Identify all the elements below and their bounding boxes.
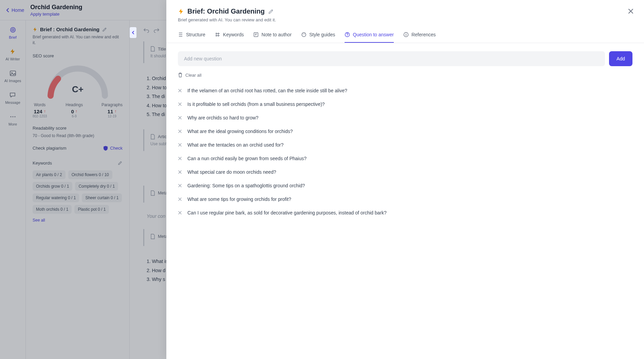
- brief-modal: Brief: Orchid Gardening Brief generated …: [166, 0, 644, 359]
- tab-references[interactable]: References: [403, 32, 436, 43]
- question-text: What are the tentacles on an orchid used…: [187, 142, 283, 148]
- remove-question-button[interactable]: [178, 102, 183, 106]
- svg-rect-7: [254, 33, 258, 37]
- list-icon: [178, 32, 183, 37]
- svg-point-8: [302, 33, 306, 37]
- remove-question-button[interactable]: [178, 170, 183, 174]
- question-icon: [345, 32, 350, 37]
- question-text: Is it profitable to sell orchids (from a…: [187, 101, 325, 107]
- question-item: Can I use regular pine bark, as sold for…: [178, 206, 632, 220]
- svg-point-9: [303, 34, 303, 34]
- remove-question-button[interactable]: [178, 116, 183, 120]
- questions-list: If the velamen of an orchid root has rot…: [178, 84, 632, 220]
- bolt-icon: [178, 8, 184, 15]
- trash-icon: [178, 72, 183, 78]
- modal-title: Brief: Orchid Gardening: [187, 7, 265, 15]
- question-item: What are the tentacles on an orchid used…: [178, 138, 632, 152]
- remove-question-button[interactable]: [178, 89, 183, 93]
- clear-all-button[interactable]: Clear all: [178, 72, 632, 78]
- question-text: Why are orchids so hard to grow?: [187, 115, 258, 120]
- question-text: Can a nun orchid easily be grown from se…: [187, 156, 307, 161]
- add-question-input[interactable]: [178, 51, 605, 66]
- question-text: Gardening: Some tips on a spathoglottis …: [187, 183, 305, 188]
- question-item: What are some tips for growing orchids f…: [178, 192, 632, 206]
- tab-question[interactable]: Question to answer: [345, 32, 394, 43]
- svg-point-10: [304, 34, 305, 34]
- collapse-panel-button[interactable]: [130, 27, 136, 38]
- tab-structure[interactable]: Structure: [178, 32, 205, 43]
- note-icon: [253, 32, 259, 37]
- remove-question-button[interactable]: [178, 184, 183, 188]
- remove-question-button[interactable]: [178, 129, 183, 133]
- palette-icon: [301, 32, 307, 37]
- remove-question-button[interactable]: [178, 156, 183, 160]
- close-button[interactable]: [628, 8, 634, 14]
- modal-tabs: Structure Keywords Note to author Style …: [166, 26, 644, 43]
- hash-icon: [215, 32, 220, 37]
- question-item: What are the ideal growing conditions fo…: [178, 125, 632, 138]
- remove-question-button[interactable]: [178, 197, 183, 201]
- question-item: Is it profitable to sell orchids (from a…: [178, 97, 632, 111]
- question-item: If the velamen of an orchid root has rot…: [178, 84, 632, 97]
- question-text: What are the ideal growing conditions fo…: [187, 129, 293, 134]
- question-item: What special care do moon orchids need?: [178, 165, 632, 179]
- question-text: What special care do moon orchids need?: [187, 169, 276, 175]
- add-button[interactable]: Add: [609, 51, 632, 66]
- tab-note[interactable]: Note to author: [253, 32, 292, 43]
- question-text: What are some tips for growing orchids f…: [187, 196, 291, 202]
- info-icon: [403, 32, 409, 37]
- question-item: Can a nun orchid easily be grown from se…: [178, 152, 632, 165]
- tab-keywords[interactable]: Keywords: [215, 32, 244, 43]
- question-text: Can I use regular pine bark, as sold for…: [187, 210, 387, 215]
- edit-icon[interactable]: [268, 9, 274, 14]
- modal-subtitle: Brief generated with AI. You can review …: [178, 17, 632, 22]
- remove-question-button[interactable]: [178, 211, 183, 215]
- tab-style[interactable]: Style guides: [301, 32, 335, 43]
- question-text: If the velamen of an orchid root has rot…: [187, 88, 347, 93]
- question-item: Gardening: Some tips on a spathoglottis …: [178, 179, 632, 192]
- question-item: Why are orchids so hard to grow?: [178, 111, 632, 125]
- remove-question-button[interactable]: [178, 143, 183, 147]
- add-question-row: Add: [178, 51, 632, 66]
